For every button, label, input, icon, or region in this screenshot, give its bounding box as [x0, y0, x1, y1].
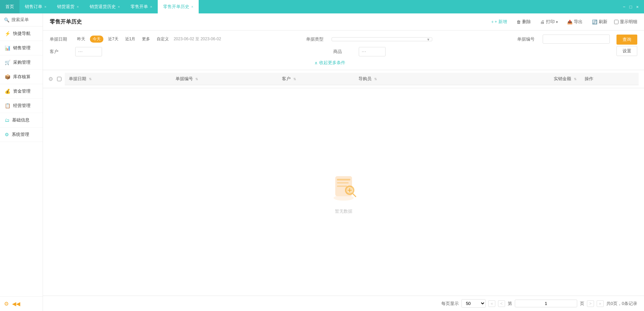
delete-label: 删除 [522, 19, 531, 25]
tab-retail-open[interactable]: 零售开单 × [125, 0, 157, 13]
sidebar-search[interactable]: 🔍 搜索采单 [0, 13, 43, 27]
customer-input[interactable]: ··· [75, 47, 102, 56]
tab-sales-order[interactable]: 销售订单 × [19, 0, 52, 13]
date-option-today[interactable]: 今天 [90, 36, 103, 43]
search-icon: 🔍 [4, 17, 9, 22]
delete-button[interactable]: 🗑 删除 [514, 17, 534, 26]
sort-amount-icon[interactable]: ⇅ [574, 77, 577, 81]
nav-tabs: 首页 销售订单 × 销货退货 × 销货退货历史 × 零售开单 × 零售开单历史 … [0, 0, 617, 13]
export-button[interactable]: 📤 导出 [564, 17, 585, 26]
tab-sales-order-close[interactable]: × [44, 5, 46, 9]
th-customer: 客户 ⇅ [278, 73, 354, 85]
settings-gear-icon[interactable]: ⚙ [4, 301, 9, 307]
query-button[interactable]: 查询 [616, 35, 637, 45]
filter-setting-button[interactable]: 设置 [616, 46, 637, 56]
tab-sales-order-label: 销售订单 [25, 4, 42, 10]
th-date: 单据日期 ⇅ [65, 73, 171, 85]
sidebar: 🔍 搜索采单 ⚡ 快捷导航 📊 销售管理 🛒 采购管理 📦 库存核算 💰 资金管… [0, 13, 43, 311]
collapse-button[interactable]: ∧ 收起更多条件 [314, 60, 345, 66]
sidebar-item-management-label: 经营管理 [13, 103, 31, 109]
collapse-label: 收起更多条件 [319, 60, 345, 66]
sidebar-item-basic-info-label: 基础信息 [12, 117, 30, 123]
tab-home[interactable]: 首页 [0, 0, 19, 13]
doc-no-input[interactable] [543, 35, 610, 44]
first-page-btn[interactable]: « [488, 300, 495, 307]
tab-retail-history-close[interactable]: × [191, 5, 193, 9]
sort-salesperson-icon[interactable]: ⇅ [374, 77, 377, 81]
add-icon: ＋ [490, 19, 495, 25]
date-option-more[interactable]: 更多 [140, 36, 152, 43]
tab-retail-open-close[interactable]: × [150, 5, 152, 9]
collapse-icon: ∧ [314, 60, 318, 65]
select-all-checkbox[interactable] [57, 77, 61, 81]
sales-icon: 📊 [5, 45, 10, 51]
sidebar-item-system[interactable]: ⚙ 系统管理 [0, 127, 43, 142]
sidebar-item-sales-label: 销售管理 [13, 45, 31, 51]
sidebar-item-shortcuts[interactable]: ⚡ 快捷导航 [0, 27, 43, 41]
tab-return-close[interactable]: × [77, 5, 79, 9]
doc-type-select-wrapper: ▾ [332, 37, 432, 41]
tab-return[interactable]: 销货退货 × [52, 0, 84, 13]
sidebar-item-sales[interactable]: 📊 销售管理 [0, 41, 43, 55]
sidebar-item-purchase[interactable]: 🛒 采购管理 [0, 55, 43, 70]
empty-illustration [327, 169, 360, 203]
main-layout: 🔍 搜索采单 ⚡ 快捷导航 📊 销售管理 🛒 采购管理 📦 库存核算 💰 资金管… [0, 13, 644, 311]
date-option-yesterday[interactable]: 昨天 [75, 36, 87, 43]
doc-type-chevron: ▾ [427, 37, 430, 42]
print-button[interactable]: 🖨 打印 ▾ [538, 17, 560, 26]
sidebar-item-finance[interactable]: 💰 资金管理 [0, 84, 43, 99]
date-option-1month[interactable]: 近1月 [123, 36, 138, 43]
table-area: ⚙ 单据日期 ⇅ 单据编号 ⇅ [43, 70, 644, 296]
tab-return-history[interactable]: 销货退货历史 × [84, 0, 125, 13]
th-action: 操作 [581, 73, 639, 85]
sidebar-item-inventory[interactable]: 📦 库存核算 [0, 70, 43, 84]
total-info: 共0页，0条记录 [606, 301, 637, 307]
filter-row-customer: 客户 ··· 商品 ··· [50, 47, 610, 56]
date-option-custom[interactable]: 自定义 [155, 36, 171, 43]
sidebar-search-label: 搜索采单 [11, 17, 29, 23]
show-detail-checkbox[interactable]: 显示明细 [614, 19, 637, 25]
last-page-btn[interactable]: » [597, 300, 604, 307]
tab-retail-open-label: 零售开单 [131, 4, 148, 10]
show-detail-check[interactable] [614, 20, 618, 24]
management-icon: 📋 [5, 103, 10, 108]
refresh-button[interactable]: 🔄 刷新 [589, 17, 610, 26]
page-label: 第 [508, 301, 512, 307]
date-option-7days[interactable]: 近7天 [106, 36, 120, 43]
per-page-select[interactable]: 50 20 100 [461, 299, 486, 308]
page-header: 零售开单历史 ＋ + 新增 🗑 删除 🖨 打印 ▾ 📤 导出 [43, 13, 644, 31]
th-salesperson: 导购员 ⇅ [354, 73, 446, 85]
export-icon: 📤 [567, 19, 573, 24]
per-page-label: 每页显示 [441, 301, 459, 307]
sidebar-item-purchase-label: 采购管理 [13, 59, 31, 65]
doc-type-select[interactable] [332, 37, 432, 41]
svg-rect-2 [337, 179, 350, 180]
next-page-btn[interactable]: > [587, 300, 594, 307]
maximize-btn[interactable]: □ [630, 4, 632, 9]
filter-right-buttons: 查询 设置 [616, 35, 637, 56]
purchase-icon: 🛒 [5, 60, 10, 65]
sort-no-icon[interactable]: ⇅ [195, 77, 198, 81]
table-settings-icon[interactable]: ⚙ [48, 76, 53, 82]
refresh-icon: 🔄 [592, 19, 597, 24]
tab-return-history-close[interactable]: × [118, 5, 120, 9]
add-label: + 新增 [495, 19, 507, 25]
sidebar-collapse-icon[interactable]: ◀◀ [12, 301, 20, 307]
filter-row-date: 单据日期 昨天 今天 近7天 近1月 更多 自定义 2023-06-02 至 2… [50, 35, 610, 44]
doc-no-label: 单据编号 [517, 36, 536, 42]
sidebar-item-management[interactable]: 📋 经营管理 [0, 99, 43, 113]
sort-date-icon[interactable]: ⇅ [89, 77, 92, 81]
tab-retail-history[interactable]: 零售开单历史 × [158, 0, 199, 13]
goods-input[interactable]: ··· [359, 47, 386, 56]
empty-state: 暂无数据 [43, 88, 644, 296]
prev-page-btn[interactable]: < [498, 300, 505, 307]
add-button[interactable]: ＋ + 新增 [488, 17, 510, 26]
minimize-btn[interactable]: − [623, 4, 626, 9]
th-no: 单据编号 ⇅ [171, 73, 278, 85]
finance-icon: 💰 [5, 89, 10, 94]
print-chevron: ▾ [556, 20, 558, 24]
sort-customer-icon[interactable]: ⇅ [293, 77, 296, 81]
window-close-btn[interactable]: × [636, 4, 639, 9]
sidebar-item-basic-info[interactable]: 🗂 基础信息 [0, 113, 43, 127]
page-input[interactable] [515, 300, 577, 307]
